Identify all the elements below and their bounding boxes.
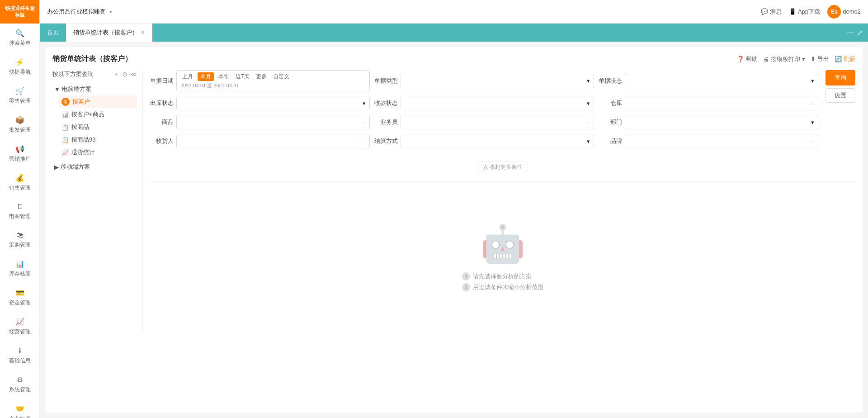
brand-control[interactable]: ···	[625, 134, 818, 148]
empty-hint-1-text: 请先选择要分析的方案	[473, 272, 532, 280]
date-tab-lastmonth[interactable]: 上月	[180, 72, 195, 81]
app-icon: 📱	[789, 8, 796, 15]
date-control[interactable]: 上月 本月 本年 近7天 更多 自定义 2023-03-01 至 2023-03…	[176, 70, 370, 91]
sidebar-item-wholesale[interactable]: 📦 批发管理	[0, 110, 39, 139]
page-container: 销货单统计表（按客户） ❓ 帮助 🖨 按模板打印 ▾ ⬇ 导出	[45, 47, 863, 413]
tab-sales-stats-label: 销货单统计表（按客户）	[73, 28, 138, 37]
collapse-panel-icon[interactable]: ≪	[130, 71, 137, 78]
sidebar-item-marketing[interactable]: 📢 营销推广	[0, 139, 39, 168]
filter-row-1: 单据日期 上月 本月 本年 近7天 更多 自定义	[150, 70, 818, 91]
sidebar-item-search[interactable]: 🔍 搜索菜单	[0, 24, 39, 52]
add-scheme-icon[interactable]: ＋	[113, 70, 119, 78]
print-dropdown-icon: ▾	[802, 56, 805, 62]
scheme-return-stats[interactable]: 📈 退货统计	[59, 146, 137, 159]
window-maximize-icon[interactable]: ⤢	[857, 28, 863, 37]
expand-icon: ▼	[54, 86, 60, 93]
scheme-by-goods[interactable]: 📋 按商品	[59, 121, 137, 133]
sidebar-item-finance[interactable]: 💳 资金管理	[0, 283, 39, 312]
sidebar-item-sales[interactable]: 💰 销售管理	[0, 168, 39, 197]
page-header: 销货单统计表（按客户） ❓ 帮助 🖨 按模板打印 ▾ ⬇ 导出	[52, 54, 855, 64]
order-type-control[interactable]: ▾	[401, 74, 594, 88]
list-icon-2: 📋	[61, 137, 69, 143]
basics-icon: ℹ	[19, 347, 21, 355]
warehouse-control[interactable]: ···	[625, 96, 818, 110]
filter-row-2: 出库状态 ▾ 收款状态	[150, 96, 818, 110]
ecommerce-icon: 🖥	[16, 203, 24, 211]
divider	[150, 181, 855, 182]
desktop-section-label: 电脑端方案	[62, 85, 91, 93]
date-tab-custom[interactable]: 自定义	[271, 72, 291, 81]
finance-icon: 💳	[15, 289, 24, 297]
refresh-label: 刷新	[844, 55, 855, 63]
date-label: 单据日期	[150, 77, 174, 85]
sidebar-item-inventory[interactable]: 📊 库存核算	[0, 254, 39, 283]
tab-close-icon[interactable]: ✕	[141, 29, 145, 36]
query-btn[interactable]: 查询	[826, 70, 855, 86]
mobile-section-header[interactable]: ▶ 移动端方案	[52, 161, 137, 173]
receiver-control[interactable]: ···	[176, 134, 370, 148]
message-btn[interactable]: 💬 消息	[761, 8, 782, 16]
export-btn[interactable]: ⬇ 导出	[811, 55, 829, 63]
query-buttons: 查询 设置	[822, 70, 855, 103]
sidebar-item-purchase[interactable]: 🛍 采购管理	[0, 226, 39, 254]
order-status-control[interactable]: ▾	[625, 74, 818, 88]
user-name: demo2	[843, 8, 861, 15]
tab-home[interactable]: 首页	[40, 24, 66, 42]
sidebar-item-marketing-label: 营销推广	[9, 155, 31, 163]
marketing-icon: 📢	[15, 145, 24, 153]
scheme-by-customer[interactable]: 客 按客户	[59, 95, 137, 108]
out-status-control[interactable]: ▾	[176, 96, 370, 110]
receiver-dots: ···	[361, 138, 366, 145]
sidebar-item-basics[interactable]: ℹ 基础信息	[0, 341, 39, 370]
window-minimize-icon[interactable]: —	[847, 28, 854, 37]
date-tab-more[interactable]: 更多	[254, 72, 269, 81]
sidebar-item-retail[interactable]: 🛒 零售管理	[0, 81, 39, 110]
account-dropdown[interactable]: ▾	[109, 9, 112, 15]
page-title: 销货单统计表（按客户）	[52, 54, 132, 64]
date-tab-thisyear[interactable]: 本年	[217, 72, 231, 81]
warehouse-dots: ···	[809, 100, 814, 107]
sidebar-item-quicknav[interactable]: ⚡ 快捷导航	[0, 52, 39, 81]
inventory-icon: 📊	[15, 260, 24, 268]
scheme-return-stats-label: 退货统计	[71, 148, 95, 157]
export-icon: ⬇	[811, 56, 816, 62]
sidebar-item-search-label: 搜索菜单	[9, 39, 31, 47]
date-tab-7days[interactable]: 近7天	[234, 72, 251, 81]
goods-control[interactable]: ···	[176, 115, 370, 129]
collapse-conditions-btn[interactable]: ⋀ 收起更多条件	[477, 161, 528, 173]
settle-control[interactable]: ▾	[401, 134, 594, 148]
brand-label: 品牌	[599, 137, 622, 145]
sidebar-item-management[interactable]: 📈 经营管理	[0, 312, 39, 341]
message-icon: 💬	[761, 8, 768, 15]
scheme-by-customer-goods[interactable]: 📊 按客户+商品	[59, 108, 137, 121]
tab-home-label: 首页	[47, 28, 59, 37]
goods-filter: 商品 ···	[150, 115, 370, 129]
print-btn[interactable]: 🖨 按模板打印 ▾	[763, 55, 805, 63]
salesperson-control[interactable]: ···	[401, 115, 594, 129]
collect-status-control[interactable]: ▾	[401, 96, 594, 110]
help-btn[interactable]: ❓ 帮助	[737, 55, 758, 63]
receiver-filter: 收货人 ···	[150, 134, 370, 148]
left-panel-actions: ＋ ⊙ ≪	[113, 70, 137, 78]
settings-scheme-icon[interactable]: ⊙	[122, 71, 127, 78]
sidebar-item-ecommerce[interactable]: 🖥 电商管理	[0, 197, 39, 226]
refresh-btn[interactable]: 🔄 刷新	[835, 55, 855, 63]
purchase-icon: 🛍	[16, 231, 24, 239]
hint-num-2: 2	[462, 283, 470, 291]
mobile-section-label: 移动端方案	[61, 163, 90, 171]
tab-sales-stats[interactable]: 销货单统计表（按客户） ✕	[66, 24, 152, 42]
date-tab-thismonth[interactable]: 本月	[198, 72, 214, 81]
sidebar-item-enterprise[interactable]: 🤝 企业协同	[0, 399, 39, 418]
user-area[interactable]: Ea demo2	[827, 5, 861, 19]
desktop-section-header[interactable]: ▼ 电脑端方案	[52, 83, 137, 95]
sidebar-item-system[interactable]: ⚙ 系统管理	[0, 370, 39, 399]
app-download-label: App下载	[798, 8, 820, 16]
dept-control[interactable]: ▾	[625, 115, 818, 129]
hint-num-1: 1	[462, 272, 470, 280]
collapse-bar: ⋀ 收起更多条件	[150, 157, 855, 177]
body-layout: 按以下方案查询 ＋ ⊙ ≪ ▼ 电脑端方案	[52, 70, 855, 330]
settings-btn[interactable]: 设置	[826, 88, 855, 103]
scheme-by-goods99[interactable]: 📋 按商品99	[59, 133, 137, 146]
user-avatar: Ea	[827, 5, 841, 19]
app-download-btn[interactable]: 📱 App下载	[789, 8, 820, 16]
